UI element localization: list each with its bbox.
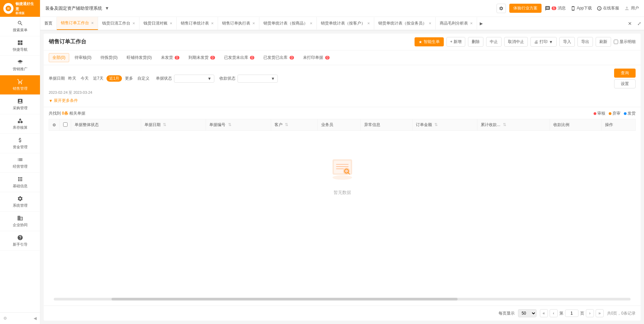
tab-expand-btn[interactable]: ⤢ xyxy=(635,21,644,26)
table-scroll-container[interactable]: ⚙ 单据整体状态 单据日期 ⇅ xyxy=(49,119,636,296)
app-download-btn[interactable]: App下载 xyxy=(571,5,592,11)
status-tab-not-shipped[interactable]: 未发货 0 xyxy=(157,53,183,62)
show-detail-label[interactable]: 显示明细 xyxy=(614,39,636,45)
sidebar-item-enterprise[interactable]: 企业协同 xyxy=(0,212,40,231)
tab-home[interactable]: 首页 xyxy=(40,17,57,30)
tab-cash-reconcile-close[interactable]: ✕ xyxy=(170,22,172,25)
sidebar-settings-btn[interactable]: ⚙ xyxy=(3,316,7,321)
tab-more-btn[interactable]: ▶ xyxy=(477,21,485,26)
sidebar-item-marketing[interactable]: 营销推广 xyxy=(0,56,40,75)
col-settings: ⚙ xyxy=(49,119,60,131)
status-tab-all[interactable]: 全部(0) xyxy=(49,53,69,62)
tab-sales-stats-close[interactable]: ✕ xyxy=(211,22,214,25)
sidebar-collapse-btn[interactable]: ◀ xyxy=(34,316,37,321)
sidebar-item-inventory[interactable]: 库存核算 xyxy=(0,114,40,134)
message-btn[interactable]: 6 消息 xyxy=(545,5,566,11)
quick-ship-btn[interactable]: 发货 xyxy=(624,111,636,116)
tab-gross-profit-close[interactable]: ✕ xyxy=(470,22,473,25)
online-service-btn[interactable]: 在线客服 xyxy=(597,5,619,11)
svg-point-0 xyxy=(332,175,352,180)
sidebar-item-purchase[interactable]: 采购管理 xyxy=(0,95,40,114)
date-opt-today[interactable]: 今天 xyxy=(79,75,90,82)
scrollbar-thumb[interactable] xyxy=(112,298,458,300)
sidebar-item-operations[interactable]: 经营管理 xyxy=(0,153,40,173)
tab-sales-summary-product-close[interactable]: ✕ xyxy=(310,22,312,25)
first-page-btn[interactable]: « xyxy=(540,309,548,317)
status-tab-overdue[interactable]: 到期未发货 0 xyxy=(185,53,219,62)
tab-sales-summary-staff[interactable]: 销货单统计表（按业务员） ✕ xyxy=(374,17,436,30)
tab-cash-reconcile[interactable]: 钱货日清对账 ✕ xyxy=(139,17,177,30)
payment-select[interactable]: ▼ xyxy=(238,75,278,83)
empty-text: 暂无数据 xyxy=(334,190,351,196)
sidebar-item-basic[interactable]: 基础信息 xyxy=(0,173,40,192)
status-tab-pending-review[interactable]: 待审核(0) xyxy=(71,53,95,62)
status-tab-shipped-out[interactable]: 已发货已出库 0 xyxy=(260,53,298,62)
status-select[interactable]: ▼ xyxy=(174,75,214,83)
collected-sort-icon[interactable]: ⇅ xyxy=(503,122,506,127)
select-all-checkbox[interactable] xyxy=(63,122,68,127)
expand-btn[interactable]: ▼ 展开更多条件 xyxy=(49,98,636,104)
export-btn[interactable]: 导出 xyxy=(577,37,593,47)
sidebar-item-search[interactable]: 搜索菜单 xyxy=(0,17,40,36)
tab-sales-exec[interactable]: 销售订单执行表 ✕ xyxy=(218,17,259,30)
status-tab-shipped-not-out[interactable]: 已发货未出库 0 xyxy=(220,53,258,62)
tab-gross-profit[interactable]: 商品毛利分析表 ✕ xyxy=(436,17,477,30)
number-sort-icon[interactable]: ⇅ xyxy=(228,122,231,127)
print-btn[interactable]: 🖨 打印 ▼ xyxy=(530,37,557,47)
topbar-gear-btn[interactable] xyxy=(497,4,506,13)
tab-cash-daily[interactable]: 钱货日清工作台 ✕ xyxy=(98,17,139,30)
user-menu-btn[interactable]: 用户 xyxy=(624,5,639,11)
tab-cash-daily-close[interactable]: ✕ xyxy=(132,22,135,25)
tab-close-all-btn[interactable]: ✕ xyxy=(625,21,635,26)
sidebar-item-system[interactable]: 系统管理 xyxy=(0,192,40,212)
quick-review-btn[interactable]: 审核 xyxy=(594,111,605,116)
pause-btn[interactable]: 中止 xyxy=(486,37,502,47)
page-size-select[interactable]: 50 10 20 100 xyxy=(518,309,536,317)
date-sort-icon[interactable]: ⇅ xyxy=(163,122,166,127)
sidebar-item-quick-nav[interactable]: 快捷导航 xyxy=(0,36,40,56)
logo-sub: 标准版 xyxy=(15,11,37,15)
import-btn[interactable]: 导入 xyxy=(559,37,575,47)
delete-btn[interactable]: 删除 xyxy=(468,37,483,47)
amount-sort-icon[interactable]: ⇅ xyxy=(434,122,438,127)
shipped-not-out-badge: 0 xyxy=(250,56,255,59)
cancel-pause-btn[interactable]: 取消中止 xyxy=(504,37,528,47)
tab-sales-exec-close[interactable]: ✕ xyxy=(252,22,255,25)
quick-abandon-btn[interactable]: 弃审 xyxy=(609,111,620,116)
refresh-btn[interactable]: 刷新 xyxy=(596,37,611,47)
tab-sales-summary-customer-close[interactable]: ✕ xyxy=(367,22,370,25)
horizontal-scrollbar[interactable] xyxy=(54,298,631,300)
sidebar-item-guide[interactable]: 新手引导 xyxy=(0,231,40,251)
customer-sort-icon[interactable]: ⇅ xyxy=(285,122,288,127)
date-opt-1month[interactable]: 近1月 xyxy=(106,75,122,82)
query-btn[interactable]: 查询 xyxy=(614,69,636,78)
sidebar: 畅捷通好生意 标准版 搜索菜单 快捷导航 营销推广 销售管理 采购管理 xyxy=(0,0,40,324)
setting-btn[interactable]: 设置 xyxy=(614,79,636,88)
smart-create-btn[interactable]: ★ 智能生单 xyxy=(415,37,444,46)
tab-sales-stats[interactable]: 销售订单统计表 ✕ xyxy=(177,17,218,30)
date-opt-yesterday[interactable]: 昨天 xyxy=(67,75,78,82)
add-btn[interactable]: + 新增 xyxy=(446,37,465,47)
last-page-btn[interactable]: » xyxy=(596,309,604,317)
status-tab-wangpu[interactable]: 旺铺待发货(0) xyxy=(123,53,156,62)
industry-btn[interactable]: 体验行业方案 xyxy=(509,4,542,13)
system-dropdown-btn[interactable]: ▼ xyxy=(105,6,109,11)
date-opt-custom[interactable]: 自定义 xyxy=(136,75,151,82)
sidebar-item-finance[interactable]: 资金管理 xyxy=(0,134,40,153)
show-detail-checkbox[interactable] xyxy=(614,40,618,44)
page-input[interactable] xyxy=(565,310,578,317)
status-tab-pending-inspect[interactable]: 待拣货(0) xyxy=(97,53,121,62)
status-tab-not-printed[interactable]: 未打印单据 0 xyxy=(299,53,333,62)
tab-sales-order[interactable]: 销售订单工作台 ✕ xyxy=(57,17,98,30)
tab-sales-summary-customer[interactable]: 销货单统计表（按客户） ✕ xyxy=(317,17,374,30)
date-opt-more[interactable]: 更多 xyxy=(124,75,134,82)
tab-sales-summary-product[interactable]: 销货单统计表（按商品） ✕ xyxy=(259,17,317,30)
sidebar-item-sales[interactable]: 销售管理 xyxy=(0,75,40,95)
workbench-actions: ★ 智能生单 + 新增 删除 中止 取消中止 xyxy=(415,37,636,47)
sidebar-label-sales: 销售管理 xyxy=(13,86,28,91)
tab-sales-summary-staff-close[interactable]: ✕ xyxy=(429,22,431,25)
date-opt-7days[interactable]: 近7天 xyxy=(92,75,105,82)
tab-sales-order-close[interactable]: ✕ xyxy=(91,21,94,25)
next-page-btn[interactable]: › xyxy=(586,309,594,317)
prev-page-btn[interactable]: ‹ xyxy=(550,309,558,317)
